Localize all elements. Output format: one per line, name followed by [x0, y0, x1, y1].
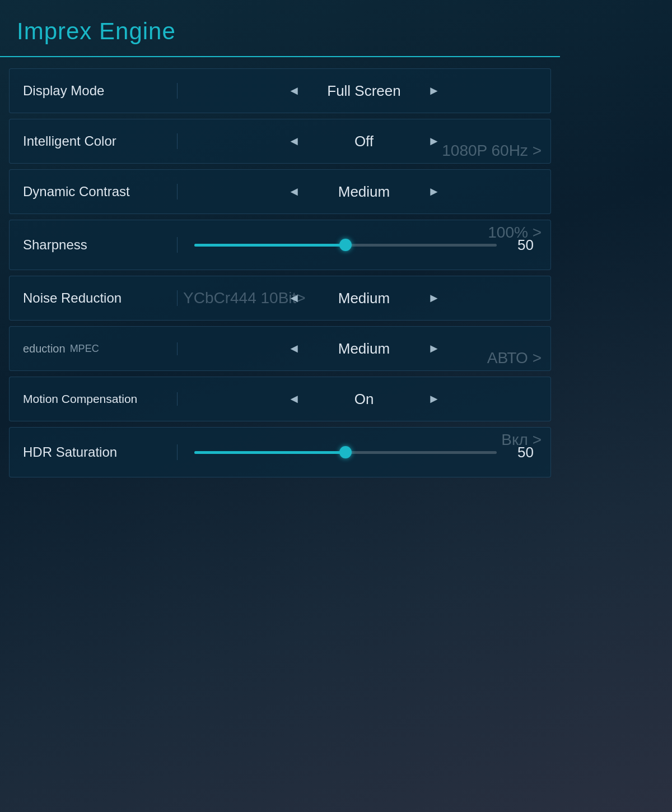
dynamic-contrast-control: ◄ Medium ► — [178, 182, 550, 201]
hdr-saturation-control: 50 — [178, 444, 550, 461]
page-title: Imprex Engine — [17, 18, 543, 45]
noise-reduction-label: Noise Reduction — [10, 290, 178, 306]
hdr-saturation-value: 50 — [506, 444, 534, 461]
display-mode-prev[interactable]: ◄ — [283, 81, 305, 100]
hdr-saturation-thumb[interactable] — [339, 446, 352, 458]
motion-compensation-value: On — [314, 391, 414, 408]
display-mode-label: Display Mode — [10, 83, 178, 99]
intelligent-color-next[interactable]: ► — [423, 132, 445, 151]
sharpness-thumb[interactable] — [339, 239, 352, 251]
mpeg-noise-reduction-next[interactable]: ► — [423, 339, 445, 358]
display-mode-row: Display Mode ◄ Full Screen ► — [9, 68, 551, 113]
dynamic-contrast-row: Dynamic Contrast ◄ Medium ► — [9, 169, 551, 214]
page-header: Imprex Engine — [0, 0, 560, 57]
mpeg-noise-reduction-value: Medium — [314, 340, 414, 358]
noise-reduction-value: Medium — [314, 290, 414, 307]
motion-compensation-next[interactable]: ► — [423, 389, 445, 409]
dynamic-contrast-value: Medium — [314, 183, 414, 201]
hdr-saturation-fill — [194, 451, 346, 454]
mpeg-noise-reduction-label: eduction MPEC — [10, 342, 178, 355]
mpeg-noise-reduction-row: eduction MPEC ◄ Medium ► АВТО > — [9, 326, 551, 371]
noise-reduction-prev[interactable]: ◄ — [283, 289, 305, 308]
dynamic-contrast-label: Dynamic Contrast — [10, 184, 178, 199]
sharpness-fill — [194, 244, 346, 247]
motion-compensation-control: ◄ On ► — [178, 389, 550, 409]
sharpness-slider-container[interactable]: 50 — [189, 236, 539, 254]
display-mode-control: ◄ Full Screen ► — [178, 81, 550, 100]
intelligent-color-prev[interactable]: ◄ — [283, 132, 305, 151]
intelligent-color-row: Intelligent Color ◄ Off ► 1080P 60Hz > — [9, 119, 551, 164]
intelligent-color-control: ◄ Off ► — [178, 132, 550, 151]
motion-compensation-row: Motion Compensation ◄ On ► — [9, 377, 551, 421]
noise-reduction-control: ◄ Medium ► — [178, 289, 550, 308]
noise-reduction-next[interactable]: ► — [423, 289, 445, 308]
motion-compensation-prev[interactable]: ◄ — [283, 389, 305, 409]
display-mode-next[interactable]: ► — [423, 81, 445, 100]
motion-compensation-label: Motion Compensation — [10, 392, 178, 406]
sharpness-value: 50 — [506, 236, 534, 254]
mpeg-noise-reduction-control: ◄ Medium ► — [178, 339, 550, 358]
sharpness-row: Sharpness 50 100% > — [9, 220, 551, 270]
sharpness-track — [194, 244, 497, 247]
noise-reduction-row: YCbCr444 10Bit> Noise Reduction ◄ Medium… — [9, 276, 551, 321]
settings-list: Display Mode ◄ Full Screen ► Intelligent… — [0, 64, 560, 488]
dynamic-contrast-prev[interactable]: ◄ — [283, 182, 305, 201]
display-mode-value: Full Screen — [314, 82, 414, 100]
sharpness-label: Sharpness — [10, 237, 178, 253]
hdr-saturation-label: HDR Saturation — [10, 444, 178, 460]
intelligent-color-label: Intelligent Color — [10, 133, 178, 149]
hdr-saturation-track — [194, 451, 497, 454]
hdr-saturation-slider-container[interactable]: 50 — [189, 444, 539, 461]
sharpness-control: 50 — [178, 236, 550, 254]
hdr-saturation-row: HDR Saturation 50 Вкл > — [9, 427, 551, 477]
dynamic-contrast-next[interactable]: ► — [423, 182, 445, 201]
mpeg-noise-reduction-prev[interactable]: ◄ — [283, 339, 305, 358]
intelligent-color-value: Off — [314, 133, 414, 150]
mpeg-label-text: MPEC — [70, 343, 99, 355]
